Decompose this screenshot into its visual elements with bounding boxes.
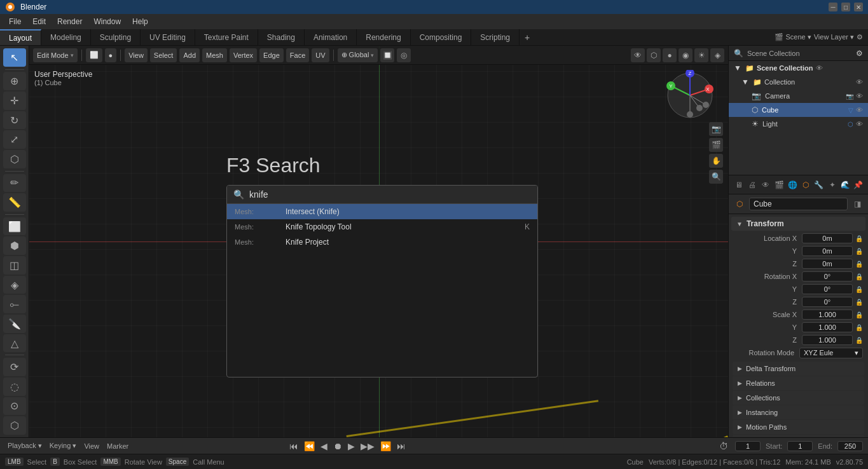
rotation-x-lock-icon[interactable]: 🔒 xyxy=(855,273,863,280)
particles-props-button[interactable]: ✦ xyxy=(827,178,837,192)
prev-frame-button[interactable]: ◀ xyxy=(319,440,329,452)
prev-keyframe-button[interactable]: ⏪ xyxy=(302,440,317,452)
poly-build-button[interactable]: △ xyxy=(3,334,26,353)
start-frame-field[interactable]: 1 xyxy=(787,441,813,451)
marker-menu[interactable]: Marker xyxy=(104,441,131,451)
transform-tool-button[interactable]: ⬡ xyxy=(3,150,26,168)
cursor-tool-button[interactable]: ⊕ xyxy=(3,72,26,90)
minimize-button[interactable]: ─ xyxy=(829,3,837,11)
shading-eevee-button[interactable]: ◈ xyxy=(710,48,724,62)
shading-rendered-button[interactable]: ☀ xyxy=(694,48,708,62)
delta-transform-section[interactable]: ▶ Delta Transform xyxy=(733,362,864,376)
location-z-value[interactable]: 0m xyxy=(802,259,853,269)
tab-layout[interactable]: Layout xyxy=(0,29,41,45)
camera-item[interactable]: 📷 Camera 📷 👁 xyxy=(729,89,868,103)
menu-edit[interactable]: Edit xyxy=(27,16,51,27)
menu-render[interactable]: Render xyxy=(52,16,87,27)
rotation-y-value[interactable]: 0° xyxy=(802,284,853,294)
f3-search-input[interactable] xyxy=(249,189,531,200)
measure-tool-button[interactable]: 📏 xyxy=(3,193,26,212)
scale-y-value[interactable]: 1.000 xyxy=(802,322,853,332)
face-menu[interactable]: Face xyxy=(286,48,309,62)
shading-material-button[interactable]: ◉ xyxy=(679,48,692,62)
loop-cut-button[interactable]: ⟜ xyxy=(3,295,26,313)
go-end-button[interactable]: ⏭ xyxy=(395,440,408,452)
menu-help[interactable]: Help xyxy=(127,16,153,27)
output-props-button[interactable]: 🖨 xyxy=(747,178,758,192)
add-menu[interactable]: Add xyxy=(179,48,200,62)
physics-props-button[interactable]: 🌊 xyxy=(840,178,851,192)
motion-paths-section[interactable]: ▶ Motion Paths xyxy=(733,420,864,434)
obj-type-icon[interactable]: ⬡ xyxy=(733,197,747,211)
proportional-edit-button[interactable]: ◎ xyxy=(397,48,411,62)
view-layer-props-button[interactable]: 👁 xyxy=(761,178,771,192)
viewport-shading-wireframe[interactable]: ⬜ xyxy=(86,48,102,62)
inset-button[interactable]: ◫ xyxy=(3,256,26,275)
overlay-button[interactable]: 👁 xyxy=(631,48,645,62)
scene-props-btn[interactable]: 🎬 xyxy=(774,178,785,192)
select-tool-button[interactable]: ↖ xyxy=(3,48,26,67)
grab-button[interactable]: ✋ xyxy=(709,154,723,168)
mode-dropdown[interactable]: Edit Mode ▾ xyxy=(33,48,78,62)
rotate-tool-button[interactable]: ↻ xyxy=(3,111,26,130)
light-eye-icon[interactable]: 👁 xyxy=(856,120,863,128)
menu-file[interactable]: File xyxy=(4,16,26,27)
scale-y-lock-icon[interactable]: 🔒 xyxy=(855,324,863,331)
outliner-options-icon[interactable]: ⚙ xyxy=(856,49,863,58)
relations-section[interactable]: ▶ Relations xyxy=(733,376,864,390)
object-props-button[interactable]: ⬡ xyxy=(800,178,811,192)
collection-eye-icon[interactable]: 👁 xyxy=(856,78,863,86)
scale-x-lock-icon[interactable]: 🔒 xyxy=(855,311,863,318)
spin-button[interactable]: ⟳ xyxy=(3,358,26,376)
menu-window[interactable]: Window xyxy=(88,16,126,27)
next-frame-button[interactable]: ▶▶ xyxy=(359,440,376,452)
rotation-x-value[interactable]: 0° xyxy=(802,271,853,282)
add-workspace-button[interactable]: + xyxy=(520,29,535,45)
world-props-button[interactable]: 🌐 xyxy=(787,178,798,192)
camera-view-button[interactable]: 📷 xyxy=(709,122,723,136)
scale-z-lock-icon[interactable]: 🔒 xyxy=(855,337,863,344)
tab-animation[interactable]: Animation xyxy=(305,29,357,45)
rotation-mode-value[interactable]: XYZ Eule ▾ xyxy=(799,348,863,358)
f3-result-0[interactable]: Mesh: Intersect (Knife) xyxy=(227,204,537,219)
rotation-y-lock-icon[interactable]: 🔒 xyxy=(855,286,863,293)
rotation-z-lock-icon[interactable]: 🔒 xyxy=(855,299,863,306)
obj-name-field[interactable]: Cube xyxy=(749,198,848,210)
scene-dropdown[interactable]: 🎬 Scene ▾ xyxy=(775,33,811,41)
f3-result-2[interactable]: Mesh: Knife Project xyxy=(227,234,537,250)
mesh-menu[interactable]: Mesh xyxy=(202,48,227,62)
viewport-shading-solid[interactable]: ● xyxy=(105,48,117,62)
extrude-button[interactable]: ⬢ xyxy=(3,236,26,255)
annotate-tool-button[interactable]: ✏ xyxy=(3,174,26,193)
workspace-options[interactable]: ⚙ xyxy=(857,33,863,41)
instancing-section[interactable]: ▶ Instancing xyxy=(733,405,864,419)
collections-section[interactable]: ▶ Collections xyxy=(733,391,864,405)
scene-collection-item[interactable]: ▼ 📁 Scene Collection 👁 xyxy=(729,61,868,75)
current-frame-field[interactable]: 1 xyxy=(735,441,761,451)
go-start-button[interactable]: ⏮ xyxy=(287,440,300,452)
location-x-lock-icon[interactable]: 🔒 xyxy=(855,235,863,242)
light-item[interactable]: ☀ Light ⬡ 👁 xyxy=(729,117,868,131)
location-x-value[interactable]: 0m xyxy=(802,233,853,243)
transform-orientation[interactable]: ⊕ Global ▾ xyxy=(338,48,378,62)
vertex-menu[interactable]: Vertex xyxy=(230,48,257,62)
scale-z-value[interactable]: 1.000 xyxy=(802,335,853,345)
maximize-button[interactable]: □ xyxy=(841,3,850,11)
scene-props-button[interactable]: 🎬 xyxy=(709,138,723,152)
snap-button[interactable]: 🔲 xyxy=(380,48,394,62)
close-button[interactable]: ✕ xyxy=(854,3,863,11)
timeline-view-menu[interactable]: View xyxy=(81,441,102,451)
prop-expand-icon[interactable]: ◨ xyxy=(850,197,864,211)
move-tool-button[interactable]: ✛ xyxy=(3,92,26,110)
camera-eye-icon[interactable]: 👁 xyxy=(856,92,863,100)
next-keyframe-button[interactable]: ⏩ xyxy=(378,440,393,452)
modifier-props-button[interactable]: 🔧 xyxy=(813,178,824,192)
location-y-value[interactable]: 0m xyxy=(802,246,853,256)
tab-uv-editing[interactable]: UV Editing xyxy=(141,29,195,45)
keying-menu[interactable]: Keying ▾ xyxy=(47,440,79,451)
tab-rendering[interactable]: Rendering xyxy=(357,29,410,45)
zoom-button[interactable]: 🔍 xyxy=(709,170,723,184)
add-cube-button[interactable]: ⬜ xyxy=(3,217,26,236)
xray-button[interactable]: ⬡ xyxy=(647,48,661,62)
edge-menu[interactable]: Edge xyxy=(259,48,284,62)
